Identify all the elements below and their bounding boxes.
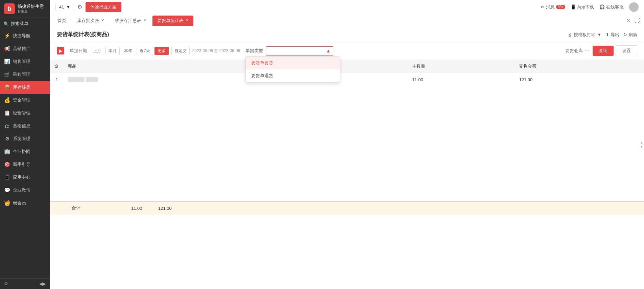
tabs-bar: 首页 库存批次账 ✕ 收发存汇总表 ✕ 要货单统计表 ✕ ✕ ⛶ [50,14,644,27]
sidebar-item-system[interactable]: ⚙ 系统管理 [0,132,50,145]
topbar: 41 ▼ ⚙ 体验行业方案 ✉ 消息 99+ 📱 App下载 🎧 在线客服 [50,0,644,14]
guide-icon: 🎯 [4,161,10,168]
date-btn-7days[interactable]: 近7天 [137,47,153,55]
tab-order-summary[interactable]: 要货单统计表 ✕ [152,16,193,26]
refresh-icon: ↻ [623,32,627,37]
table-body: 1 块 11.00 121.00 [50,73,644,86]
dropdown-item-order-return[interactable]: 要货单退货 [246,69,340,82]
table-settings-icon[interactable]: ⚙ [54,63,58,69]
tab-home[interactable]: 首页 [53,16,71,26]
date-btn-this-year[interactable]: 本年 [121,47,135,55]
tab-receive-summary[interactable]: 收发存汇总表 ✕ [110,16,151,26]
date-filter-label: 单据日期 [70,48,87,54]
table-col-amount: 零售金额 [515,60,644,73]
export-icon: ⬆ [605,32,609,37]
date-custom-btn[interactable]: 自定义 [171,47,190,55]
type-input[interactable] [266,46,333,55]
user-avatar[interactable] [629,2,639,12]
sidebar-search[interactable]: 🔍 搜索菜单 [0,18,50,29]
sidebar-item-finance[interactable]: 💰 资金管理 [0,94,50,107]
print-template-btn[interactable]: 🖨 按模板打印 ▼ [568,32,601,38]
logo-text-block: 畅捷通好生意 标准版 [18,4,44,14]
warehouse-more-icon[interactable]: ··· [585,48,589,54]
sidebar-item-wechat[interactable]: 💬 企业微信 [0,184,50,197]
sidebar-collapse-btn[interactable]: ◀▶ [39,281,46,286]
sidebar-item-quick-nav[interactable]: ⚡ 快捷导航 [0,29,50,42]
tab-close-all-btn[interactable]: ✕ [625,17,632,24]
table-col-quantity: 主数量 [408,60,515,73]
table-header: ⚙ 商品 主计量单位 主数量 零售金额 [50,60,644,73]
filter-expand-btn[interactable]: ▶ [57,47,64,54]
footer-amount: 121.00 [158,206,185,211]
search-icon: 🔍 [3,21,9,26]
refresh-label: 刷新 [628,32,637,38]
date-filter-group: 单据日期 上月 本月 本年 近7天 更多 自定义 2023-05-06 至 20… [70,47,240,55]
sidebar-item-appstore[interactable]: 📱 应用中心 [0,171,50,184]
date-btn-this-month[interactable]: 本月 [105,47,120,55]
inventory-icon: 📦 [4,84,10,90]
store-dropdown-arrow: ▼ [66,4,70,9]
app-download-btn[interactable]: 📱 App下载 [571,4,594,10]
tab-inventory-batch-close[interactable]: ✕ [101,18,104,23]
settings-btn[interactable]: 设置 [616,45,637,56]
footer-quantity: 11.00 [131,206,158,211]
store-name: 41 [59,4,64,9]
appstore-icon: 📱 [4,174,10,180]
topbar-left: 41 ▼ ⚙ 体验行业方案 [55,2,121,12]
sidebar-item-basic[interactable]: 🗂 基础信息 [0,119,50,132]
page-inner: 要货单统计表(按商品) 🖨 按模板打印 ▼ ⬆ 导出 ↻ 刷新 [50,27,644,289]
sidebar-item-sales[interactable]: 📊 销售管理 [0,55,50,68]
date-btn-prev-month[interactable]: 上月 [90,47,104,55]
sidebar-label-operation: 经营管理 [13,110,30,116]
page-content: 要货单统计表(按商品) 🖨 按模板打印 ▼ ⬆ 导出 ↻ 刷新 [50,27,644,289]
cell-quantity: 11.00 [408,73,515,86]
cell-index: 1 [50,73,64,86]
sidebar-label-finance: 资金管理 [13,97,30,103]
tab-inventory-batch[interactable]: 库存批次账 ✕ [72,16,109,26]
type-input-arrow-icon[interactable]: ▲ [326,48,331,53]
export-btn[interactable]: ⬆ 导出 [605,32,619,38]
sidebar-item-enterprise[interactable]: 🏢 企业协同 [0,145,50,158]
tab-inventory-batch-label: 库存批次账 [77,18,99,24]
topbar-settings-icon[interactable]: ⚙ [77,4,82,10]
scroll-down-arrow[interactable]: ▼ [640,145,643,149]
dropdown-item-order-goods[interactable]: 要货单要货 [246,57,340,69]
online-service-btn[interactable]: 🎧 在线客服 [599,4,624,10]
tab-order-summary-label: 要货单统计表 [157,18,184,24]
footer-label: 合计 [68,205,131,211]
product-placeholder-1 [68,77,85,82]
store-selector[interactable]: 41 ▼ [55,3,74,11]
product-cell [68,77,253,82]
query-btn[interactable]: 查询 [593,46,614,56]
sidebar-item-purchase[interactable]: 🛒 采购管理 [0,68,50,81]
print-template-label: 按模板打印 [574,32,596,38]
tab-receive-summary-close[interactable]: ✕ [143,18,146,23]
cell-amount: 121.00 [515,73,644,86]
warehouse-label: 要货仓库 [565,48,583,54]
sidebar-settings-btn[interactable]: ⚙ [4,281,8,286]
refresh-btn[interactable]: ↻ 刷新 [623,32,637,38]
trial-btn[interactable]: 体验行业方案 [86,2,121,12]
table-empty-space [50,86,644,201]
sidebar-item-marketing[interactable]: 📢 营销推广 [0,42,50,55]
sidebar-item-guide[interactable]: 🎯 新手引导 [0,158,50,171]
wechat-icon: 💬 [4,187,10,193]
tab-fullscreen-btn[interactable]: ⛶ [633,17,641,24]
messages-btn[interactable]: ✉ 消息 99+ [541,4,565,10]
sidebar-item-operation[interactable]: 📋 经营管理 [0,107,50,119]
table-row: 1 块 11.00 121.00 [50,73,644,86]
sidebar-label-member: 畅会员 [13,200,26,206]
sidebar-logo: b 畅捷通好生意 标准版 [0,0,50,18]
tab-order-summary-close[interactable]: ✕ [186,18,189,23]
brand-name: 畅捷通好生意 [18,4,44,9]
type-dropdown: 要货单要货 要货单退货 [245,56,340,83]
scroll-up-arrow[interactable]: ▲ [640,140,643,144]
sidebar-bottom: ⚙ ◀▶ [0,278,50,289]
sidebar-item-member[interactable]: 👑 畅会员 [0,197,50,209]
sidebar-label-appstore: 应用中心 [13,174,30,180]
date-btn-more[interactable]: 更多 [154,47,169,55]
sidebar-label-marketing: 营销推广 [13,46,30,52]
basic-icon: 🗂 [4,123,10,129]
sidebar-item-inventory[interactable]: 📦 库存核算 [0,81,50,94]
sidebar-label-sales: 销售管理 [13,59,30,65]
